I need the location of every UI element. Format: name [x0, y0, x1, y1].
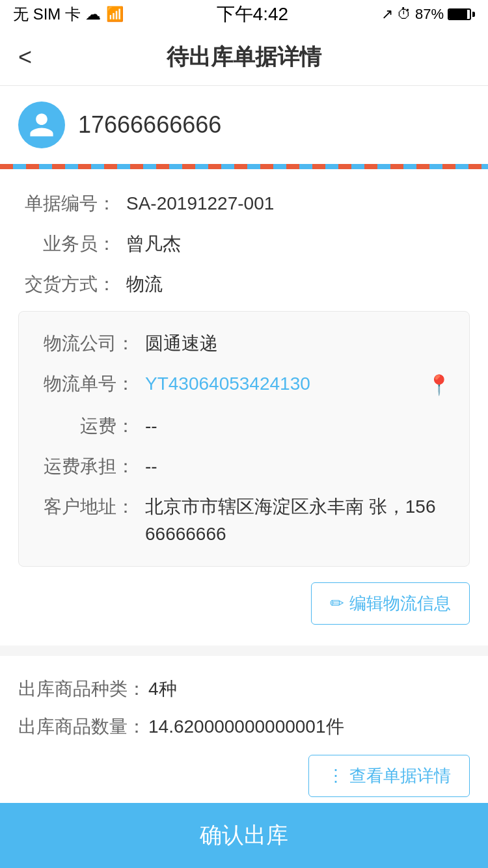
- doc-number-value: SA-20191227-001: [126, 190, 470, 217]
- quantity-label: 出库商品数量：: [18, 714, 148, 739]
- nav-bar: < 待出库单据详情: [0, 29, 488, 86]
- address-value: 北京市市辖区海淀区永丰南 张，156 66666666: [145, 493, 451, 548]
- freight-bearer-value: --: [145, 453, 451, 480]
- alarm-icon: ⏱: [397, 6, 411, 23]
- confirm-button-label: 确认出库: [200, 821, 288, 850]
- delivery-value: 物流: [126, 271, 470, 298]
- back-button[interactable]: <: [18, 44, 32, 71]
- status-bar: 无 SIM 卡 ☁ 📶 下午4:42 ↗ ⏱ 87%: [0, 0, 488, 29]
- quantity-value: 14.620000000000001件: [148, 714, 344, 739]
- wifi-icon: 📶: [106, 6, 124, 23]
- view-details-button[interactable]: ⋮ 查看单据详情: [308, 755, 470, 797]
- tracking-label: 物流单号：: [37, 370, 135, 398]
- location-icon: ↗: [381, 6, 393, 23]
- salesperson-label: 业务员：: [18, 230, 116, 258]
- customer-phone: 17666666666: [78, 111, 221, 139]
- edit-logistics-button[interactable]: ✏ 编辑物流信息: [311, 582, 470, 625]
- avatar: [18, 102, 65, 148]
- logistics-company-row: 物流公司： 圆通速递: [37, 330, 451, 357]
- freight-label: 运费：: [37, 413, 135, 440]
- location-pin-icon[interactable]: 📍: [427, 370, 451, 400]
- confirm-bar[interactable]: 确认出库: [0, 803, 488, 868]
- freight-bearer-label: 运费承担：: [37, 453, 135, 480]
- battery-icon: [448, 8, 475, 20]
- edit-btn-label: 编辑物流信息: [349, 592, 451, 615]
- delivery-row: 交货方式： 物流: [18, 271, 470, 298]
- doc-number-row: 单据编号： SA-20191227-001: [18, 190, 470, 217]
- address-label: 客户地址：: [37, 493, 135, 521]
- view-btn-row: ⋮ 查看单据详情: [18, 755, 470, 797]
- outbound-section: 出库商品种类： 4种 出库商品数量： 14.620000000000001件 ⋮…: [0, 656, 488, 818]
- page-title: 待出库单据详情: [167, 42, 321, 72]
- freight-bearer-row: 运费承担： --: [37, 453, 451, 480]
- basic-info-section: 单据编号： SA-20191227-001 业务员： 曾凡杰 交货方式： 物流 …: [0, 169, 488, 645]
- list-icon: ⋮: [327, 766, 344, 786]
- delivery-label: 交货方式：: [18, 271, 116, 298]
- doc-number-label: 单据编号：: [18, 190, 116, 217]
- freight-value: --: [145, 413, 451, 440]
- status-right: ↗ ⏱ 87%: [381, 6, 475, 23]
- freight-row: 运费： --: [37, 413, 451, 440]
- tracking-row: 物流单号： YT43064053424130 📍: [37, 370, 451, 400]
- status-left: 无 SIM 卡 ☁ 📶: [13, 4, 124, 25]
- address-row: 客户地址： 北京市市辖区海淀区永丰南 张，156 66666666: [37, 493, 451, 548]
- salesperson-value: 曾凡杰: [126, 230, 470, 258]
- view-btn-label: 查看单据详情: [349, 765, 451, 787]
- quantity-row: 出库商品数量： 14.620000000000001件: [18, 714, 470, 739]
- salesperson-row: 业务员： 曾凡杰: [18, 230, 470, 258]
- logistics-company-label: 物流公司：: [37, 330, 135, 357]
- edit-btn-row: ✏ 编辑物流信息: [18, 582, 470, 625]
- logistics-company-value: 圆通速递: [145, 330, 451, 357]
- category-value: 4种: [148, 677, 177, 701]
- status-time: 下午4:42: [217, 2, 289, 27]
- category-row: 出库商品种类： 4种: [18, 677, 470, 701]
- customer-header: 17666666666: [0, 86, 488, 164]
- edit-icon: ✏: [330, 593, 344, 614]
- tracking-value: YT43064053424130: [145, 370, 419, 398]
- person-icon: [27, 111, 56, 139]
- sim-text: 无 SIM 卡 ☁: [13, 4, 101, 25]
- category-label: 出库商品种类：: [18, 677, 148, 701]
- battery-percent: 87%: [415, 6, 444, 23]
- dashed-divider: [0, 164, 488, 169]
- logistics-card: 物流公司： 圆通速递 物流单号： YT43064053424130 📍 运费： …: [18, 311, 470, 567]
